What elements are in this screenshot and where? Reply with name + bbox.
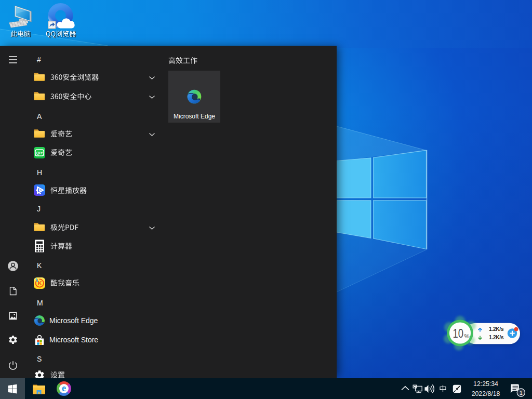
svg-text:e: e — [62, 383, 66, 393]
svg-text:1: 1 — [520, 390, 523, 396]
